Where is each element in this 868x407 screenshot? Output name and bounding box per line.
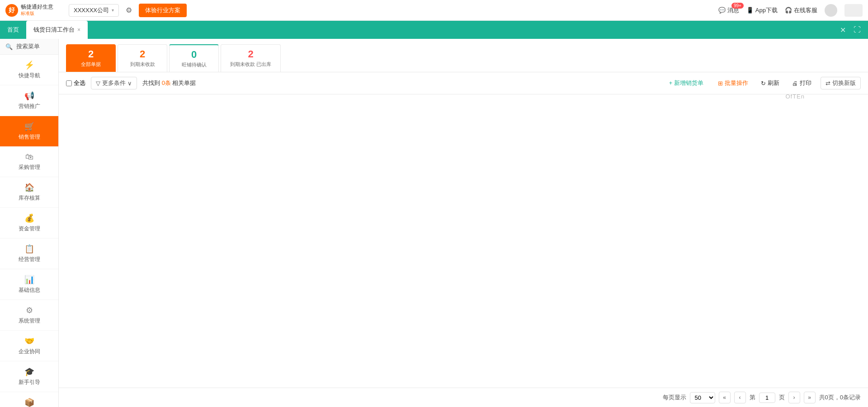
sidebar-label: 经营管理 [19, 256, 40, 263]
tab-bar: 首页 钱货日清工作台 × ✕ ⛶ [0, 21, 868, 39]
cooperation-icon: 🤝 [24, 336, 34, 346]
table-area [59, 94, 868, 388]
stat-tab-overdue-out[interactable]: 2 到期未收款 已出库 [221, 44, 281, 72]
guide-icon: 🎓 [24, 367, 34, 377]
tab-home[interactable]: 首页 [0, 21, 26, 39]
online-service-btn[interactable]: 🎧 在线客服 [785, 6, 817, 14]
trial-btn[interactable]: 体验行业方案 [139, 4, 187, 17]
operations-icon: 📋 [24, 244, 34, 254]
sidebar-label: 采购管理 [19, 164, 40, 171]
sidebar-item-basic-info[interactable]: 📊 基础信息 [0, 269, 58, 300]
top-header: 好 畅捷通好生意 标准版 XXXXXX公司 ▾ ⚙ 体验行业方案 💬 消息 99… [0, 0, 868, 21]
toolbar-right: + 新增销货单 ⊞ 批量操作 ↻ 刷新 🖨 打印 ⇄ 切换新版 [664, 77, 861, 89]
sidebar-label: 快捷导航 [19, 72, 40, 80]
sidebar-item-marketing[interactable]: 📢 营销推广 [0, 85, 58, 116]
sidebar-item-quick-nav[interactable]: ⚡ 快捷导航 [0, 55, 58, 85]
sidebar-item-sales[interactable]: 🛒 销售管理 [0, 116, 58, 147]
avatar[interactable] [825, 4, 837, 17]
sales-icon: 🛒 [24, 122, 34, 131]
batch-btn[interactable]: ⊞ 批量操作 [714, 77, 752, 89]
message-badge: 99+ [731, 3, 744, 9]
page-num-input[interactable] [759, 393, 775, 403]
chevron-down-icon: ▾ [112, 8, 114, 13]
quick-nav-icon: ⚡ [24, 60, 34, 70]
search-label: 搜索菜单 [16, 42, 40, 51]
sidebar-label: 新手引导 [19, 379, 40, 386]
settings-icon[interactable]: ⚙ [123, 4, 135, 17]
company-selector[interactable]: XXXXXX公司 ▾ [69, 4, 119, 17]
sidebar-label: 资金管理 [19, 225, 40, 233]
stat-label-pending: 旺铺待确认 [182, 61, 207, 68]
refresh-btn[interactable]: ↻ 刷新 [757, 77, 783, 89]
select-all-input[interactable] [66, 80, 72, 86]
search-icon: 🔍 [5, 43, 13, 50]
sidebar-item-purchase[interactable]: 🛍 采购管理 [0, 147, 58, 177]
page-label-pre: 第 [750, 393, 755, 402]
purchase-icon: 🛍 [25, 152, 33, 162]
company-name: XXXXXX公司 [74, 6, 109, 14]
tab-close-icon[interactable]: × [77, 27, 80, 33]
avatar-extra[interactable] [844, 4, 863, 17]
sidebar-label: 企业协同 [19, 348, 40, 356]
last-page-btn[interactable]: » [804, 392, 816, 403]
stats-tabs: 2 全部单据 2 到期未收款 0 旺铺待确认 2 到期未收款 已出库 [59, 39, 868, 72]
found-count: 0条 [162, 80, 171, 86]
sidebar-label: 营销推广 [19, 103, 40, 110]
stat-label-overdue-out: 到期未收款 已出库 [230, 61, 271, 68]
logo-icon: 好 [5, 4, 18, 17]
table-footer: 每页显示 50 20 100 « ‹ 第 页 › » 共0页，0条记录 [59, 388, 868, 407]
tab-active[interactable]: 钱货日清工作台 × [26, 21, 88, 39]
sidebar: 🔍 搜索菜单 ⚡ 快捷导航 📢 营销推广 🛒 销售管理 🛍 采购管理 🏠 库存核… [0, 39, 59, 407]
filter-btn[interactable]: ▽ 更多条件 ∨ [91, 77, 137, 89]
basic-info-icon: 📊 [24, 275, 34, 285]
chevron-down-icon: ∨ [127, 80, 132, 87]
stat-tab-overdue[interactable]: 2 到期未收款 [118, 44, 167, 72]
sidebar-label: 基础信息 [19, 286, 40, 294]
tab-close-btn[interactable]: ✕ [837, 24, 848, 35]
select-all-checkbox[interactable]: 全选 [66, 79, 85, 87]
stat-tab-all[interactable]: 2 全部单据 [66, 44, 116, 72]
sidebar-item-app-center[interactable]: 📦 应用中心 [0, 392, 58, 407]
filter-icon: ▽ [96, 80, 100, 87]
sidebar-label: 库存核算 [19, 194, 40, 202]
sidebar-search[interactable]: 🔍 搜索菜单 [0, 39, 58, 55]
tab-bar-right: ✕ ⛶ [837, 24, 868, 35]
first-page-btn[interactable]: « [719, 392, 731, 403]
sidebar-item-system[interactable]: ⚙ 系统管理 [0, 300, 58, 331]
batch-icon: ⊞ [718, 80, 723, 87]
toolbar: 全选 ▽ 更多条件 ∨ 共找到 0条 相关单据 + 新增销货单 ⊞ 批量操作 ↻ [59, 72, 868, 94]
switch-btn[interactable]: ⇄ 切换新版 [821, 77, 861, 89]
finance-icon: 💰 [24, 213, 34, 223]
sidebar-item-operations[interactable]: 📋 经营管理 [0, 239, 58, 269]
select-all-label: 全选 [74, 79, 85, 87]
message-icon: 💬 [718, 7, 726, 14]
app-download-btn[interactable]: 📱 App下载 [746, 6, 778, 14]
messages-btn[interactable]: 💬 消息 99+ [718, 6, 739, 14]
stat-num-all: 2 [88, 48, 94, 60]
sidebar-item-guide[interactable]: 🎓 新手引导 [0, 361, 58, 392]
sidebar-item-cooperation[interactable]: 🤝 企业协同 [0, 331, 58, 361]
system-icon: ⚙ [26, 305, 33, 315]
content-area: 2 全部单据 2 到期未收款 0 旺铺待确认 2 到期未收款 已出库 全选 [59, 39, 868, 407]
header-right: 💬 消息 99+ 📱 App下载 🎧 在线客服 [718, 4, 863, 17]
logo-text: 畅捷通好生意 标准版 [21, 4, 53, 17]
page-size-select[interactable]: 50 20 100 [690, 392, 715, 403]
switch-icon: ⇄ [826, 80, 830, 87]
prev-page-btn[interactable]: ‹ [734, 392, 746, 403]
marketing-icon: 📢 [24, 91, 34, 101]
sidebar-label: 系统管理 [19, 317, 40, 325]
stat-label-overdue: 到期未收款 [130, 61, 155, 68]
main-layout: 🔍 搜索菜单 ⚡ 快捷导航 📢 营销推广 🛒 销售管理 🛍 采购管理 🏠 库存核… [0, 39, 868, 407]
inventory-icon: 🏠 [24, 182, 34, 192]
sidebar-item-inventory[interactable]: 🏠 库存核算 [0, 177, 58, 208]
tab-label: 钱货日清工作台 [33, 26, 75, 34]
refresh-icon: ↻ [761, 80, 766, 87]
next-page-btn[interactable]: › [788, 392, 800, 403]
tab-expand-btn[interactable]: ⛶ [852, 24, 863, 35]
stat-tab-pending[interactable]: 0 旺铺待确认 [169, 44, 219, 72]
new-order-btn[interactable]: + 新增销货单 [664, 77, 709, 89]
stat-num-overdue: 2 [140, 48, 145, 60]
print-btn[interactable]: 🖨 打印 [788, 77, 815, 89]
sidebar-item-finance[interactable]: 💰 资金管理 [0, 208, 58, 239]
download-icon: 📱 [746, 7, 754, 14]
